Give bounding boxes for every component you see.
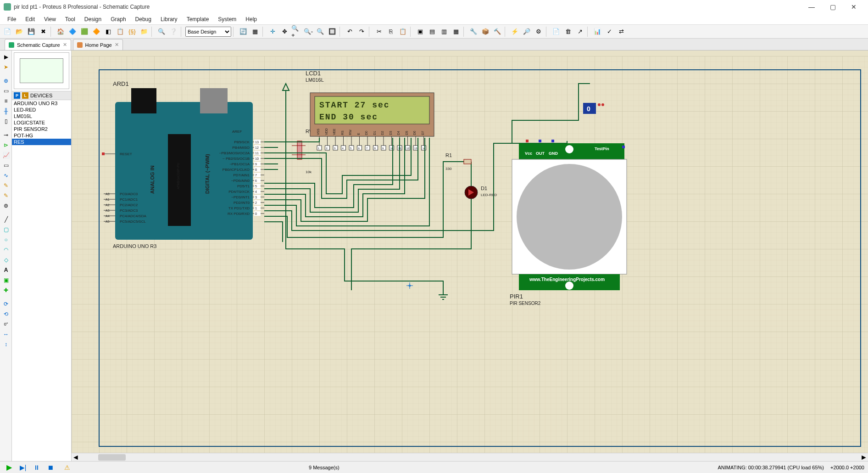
close-button[interactable]: ✕ xyxy=(843,0,864,14)
subcircuit-icon[interactable]: ▯ xyxy=(1,117,11,126)
wire-autoroute-icon[interactable]: ⚡ xyxy=(509,26,520,37)
zoom-area-icon[interactable]: 🔲 xyxy=(327,26,338,37)
pick-icon[interactable]: 🔧 xyxy=(468,26,479,37)
home-icon[interactable]: 🏠 xyxy=(55,26,66,37)
device-item[interactable]: LM016L xyxy=(12,113,71,119)
pick-device-icon[interactable]: P xyxy=(14,92,20,99)
new-icon[interactable]: 📄 xyxy=(2,26,13,37)
code-icon[interactable]: {§} xyxy=(127,26,138,37)
mirror-h-icon[interactable]: ↔ xyxy=(1,330,11,339)
device-item[interactable]: ARDUINO UNO R3 xyxy=(12,100,71,107)
minimize-button[interactable]: — xyxy=(801,0,822,14)
menu-design[interactable]: Design xyxy=(80,15,106,24)
redo-icon[interactable]: ↷ xyxy=(356,26,367,37)
menu-library[interactable]: Library xyxy=(156,15,182,24)
device-item[interactable]: LOGICSTATE xyxy=(12,119,71,126)
device-item[interactable]: POT-HG xyxy=(12,132,71,139)
arc-2d-icon[interactable]: ◠ xyxy=(1,245,11,254)
schematic-canvas[interactable]: ARD1 RESET AREF ANALOG IN DIGITAL (~PWM)… xyxy=(72,51,868,461)
tape-icon[interactable]: ▭ xyxy=(1,161,11,170)
component-mode-icon[interactable]: ➤ xyxy=(1,62,11,72)
design-variant-select[interactable]: Base Design xyxy=(185,27,231,37)
rotate-ccw-icon[interactable]: ⟲ xyxy=(1,310,11,319)
arduino-component[interactable]: ARD1 RESET AREF ANALOG IN DIGITAL (~PWM)… xyxy=(102,80,264,249)
search-part-icon[interactable]: 🔎 xyxy=(521,26,532,37)
label-icon[interactable]: ▭ xyxy=(1,86,11,96)
rotate-cw-icon[interactable]: ⟳ xyxy=(1,299,11,309)
device-item[interactable]: PIR SENSOR2 xyxy=(12,126,71,132)
probe-i-icon[interactable]: ✎ xyxy=(1,191,11,200)
pcb-icon[interactable]: 🟩 xyxy=(79,26,90,37)
gerber-icon[interactable]: ◧ xyxy=(103,26,114,37)
bom-report-icon[interactable]: 📊 xyxy=(592,26,603,37)
bus-icon[interactable]: ╫ xyxy=(1,107,11,116)
device-item[interactable]: LED-RED xyxy=(12,107,71,113)
maximize-button[interactable]: ▢ xyxy=(822,0,843,14)
close-project-icon[interactable]: ✖ xyxy=(38,26,49,37)
block-copy-icon[interactable]: ▣ xyxy=(415,26,426,37)
overview-preview[interactable] xyxy=(14,52,69,89)
stop-button[interactable]: ⏹ xyxy=(45,463,56,472)
junction-icon[interactable]: ⊕ xyxy=(1,76,11,85)
menu-file[interactable]: File xyxy=(3,15,21,24)
explorer-icon[interactable]: 📁 xyxy=(139,26,150,37)
line-2d-icon[interactable]: ╱ xyxy=(1,215,11,224)
mirror-v-icon[interactable]: ↕ xyxy=(1,340,11,349)
menu-debug[interactable]: Debug xyxy=(131,15,156,24)
devices-list[interactable]: ARDUINO UNO R3LED-REDLM016LLOGICSTATEPIR… xyxy=(12,100,71,461)
pir-sensor-component[interactable]: Vcc OUT GND TestPin www.TheEngineeringPr… xyxy=(510,140,627,306)
probe-v-icon[interactable]: ✎ xyxy=(1,181,11,190)
tab-schematic-capture[interactable]: Schematic Capture ✕ xyxy=(5,39,71,50)
menu-help[interactable]: Help xyxy=(241,15,262,24)
horizontal-scrollbar[interactable]: ◄ ► xyxy=(72,453,868,461)
menu-graph[interactable]: Graph xyxy=(106,15,130,24)
pause-button[interactable]: ⏸ xyxy=(31,463,42,472)
generator-icon[interactable]: ∿ xyxy=(1,171,11,180)
graph-icon[interactable]: 📈 xyxy=(1,151,11,160)
save-icon[interactable]: 💾 xyxy=(26,26,37,37)
menu-template[interactable]: Template xyxy=(182,15,214,24)
box-2d-icon[interactable]: ▢ xyxy=(1,225,11,234)
warning-icon[interactable]: ⚠ xyxy=(64,464,70,471)
path-2d-icon[interactable]: ◇ xyxy=(1,255,11,265)
text-2d-icon[interactable]: A xyxy=(1,265,11,275)
cut-icon[interactable]: ✂ xyxy=(373,26,384,37)
device-item[interactable]: RES xyxy=(12,139,71,145)
erc-icon[interactable]: ✓ xyxy=(604,26,615,37)
open-icon[interactable]: 📂 xyxy=(14,26,25,37)
step-button[interactable]: ▶| xyxy=(17,463,28,472)
library-device-icon[interactable]: L xyxy=(22,92,28,99)
tab-home-page[interactable]: Home Page ✕ xyxy=(73,39,123,50)
pan-icon[interactable]: ✥ xyxy=(279,26,290,37)
play-button[interactable]: ▶ xyxy=(4,463,15,472)
decompose-icon[interactable]: 🔨 xyxy=(492,26,503,37)
messages-label[interactable]: 9 Message(s) xyxy=(309,465,339,470)
menu-tool[interactable]: Tool xyxy=(61,15,80,24)
terminal-icon[interactable]: ⊸ xyxy=(1,130,11,140)
block-rotate-icon[interactable]: ▥ xyxy=(439,26,450,37)
selection-mode-icon[interactable]: ▶ xyxy=(1,52,11,62)
menu-system[interactable]: System xyxy=(213,15,241,24)
text-script-icon[interactable]: ≡ xyxy=(1,96,11,106)
del-sheet-icon[interactable]: 🗑 xyxy=(562,26,573,37)
menu-edit[interactable]: Edit xyxy=(21,15,39,24)
property-icon[interactable]: ⚙ xyxy=(533,26,544,37)
undo-icon[interactable]: ↶ xyxy=(344,26,355,37)
refresh-icon[interactable]: 🔄 xyxy=(238,26,249,37)
copy-icon[interactable]: ⎘ xyxy=(385,26,396,37)
grid-icon[interactable]: ▦ xyxy=(250,26,261,37)
circle-2d-icon[interactable]: ○ xyxy=(1,235,11,244)
marker-icon[interactable]: ✚ xyxy=(1,286,11,295)
zoom-all-icon[interactable]: 🔍 xyxy=(315,26,326,37)
block-delete-icon[interactable]: ▦ xyxy=(451,26,462,37)
symbol-2d-icon[interactable]: ▣ xyxy=(1,276,11,285)
menu-view[interactable]: View xyxy=(39,15,61,24)
search-icon[interactable]: 🔍 xyxy=(156,26,167,37)
origin-icon[interactable]: ✛ xyxy=(267,26,278,37)
close-tab-icon[interactable]: ✕ xyxy=(63,42,67,48)
instrument-icon[interactable]: ⊚ xyxy=(1,201,11,210)
zoom-out-icon[interactable]: 🔍- xyxy=(303,26,314,37)
bom-icon[interactable]: 📋 xyxy=(115,26,126,37)
help-icon[interactable]: ❔ xyxy=(168,26,179,37)
paste-icon[interactable]: 📋 xyxy=(397,26,408,37)
